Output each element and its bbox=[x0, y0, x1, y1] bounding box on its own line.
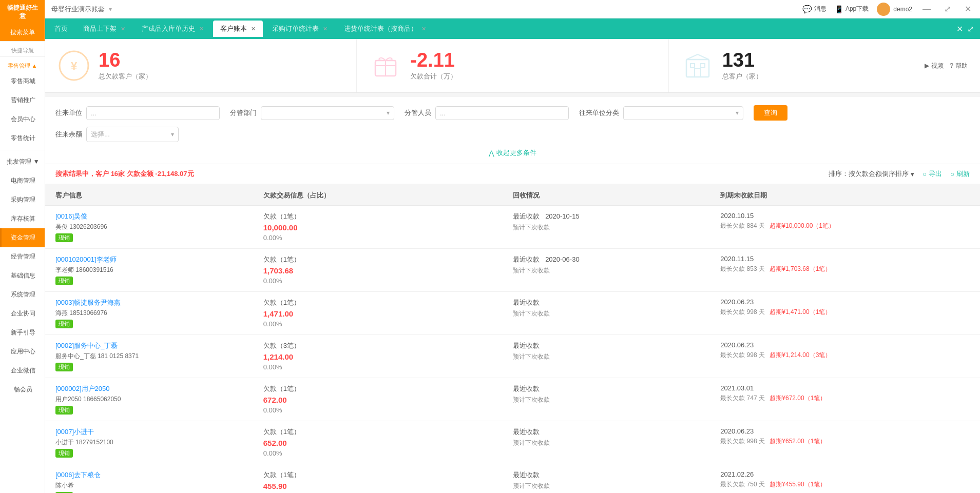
date-info-6: 2021.02.26 最长欠款 750 天 超期¥455.90（1笔） bbox=[720, 470, 970, 489]
sidebar-item-operations[interactable]: 经营管理 bbox=[0, 247, 45, 266]
overdue-link-3[interactable]: 超期¥1,214.00（3笔） bbox=[770, 351, 831, 359]
client-name-4[interactable]: [000002]用户2050 bbox=[55, 384, 263, 393]
help-action-btn[interactable]: ? 帮助 bbox=[950, 62, 968, 70]
tab-product-history[interactable]: 产成品入库单历史 ✕ bbox=[134, 21, 211, 37]
window-minimize-btn[interactable]: — bbox=[920, 3, 933, 15]
balance-filter: 往来余额 选择... ▾ bbox=[55, 127, 220, 142]
sidebar-item-wholesale[interactable]: 批发管理 ▼ bbox=[0, 152, 45, 171]
search-button[interactable]: 查询 bbox=[754, 105, 787, 121]
client-name-0[interactable]: [0016]吴俊 bbox=[55, 212, 263, 221]
date-main-5: 2020.06.23 bbox=[720, 427, 970, 435]
sidebar-item-system[interactable]: 系统管理 bbox=[0, 285, 45, 304]
svg-rect-6 bbox=[690, 64, 695, 68]
sidebar-item-enterprise-wechat[interactable]: 企业微信 bbox=[0, 361, 45, 380]
unit-category-select[interactable]: ▾ bbox=[623, 106, 743, 120]
tab-goods-stats[interactable]: 进货单统计表（按商品） ✕ bbox=[337, 21, 433, 37]
tab-close-goods[interactable]: ✕ bbox=[421, 26, 426, 32]
from-unit-input[interactable]: ... bbox=[86, 106, 220, 120]
tab-close-product[interactable]: ✕ bbox=[121, 26, 125, 32]
stat-icon-money: ¥ bbox=[57, 49, 90, 82]
person-label: 分管人员 bbox=[405, 108, 431, 117]
overdue-link-0[interactable]: 超期¥10,000.00（1笔） bbox=[770, 222, 835, 229]
sidebar-item-inventory[interactable]: 库存核算 bbox=[0, 209, 45, 228]
debt-count-4: 欠款（1笔） bbox=[263, 384, 513, 393]
client-tag-3: 现销 bbox=[55, 363, 73, 371]
sidebar-item-newbie[interactable]: 新手引导 bbox=[0, 323, 45, 342]
results-actions: 排序：按欠款金额倒序排序 ▾ ○ 导出 ○ 刷新 bbox=[829, 169, 970, 179]
unit-category-filter: 往来单位分类 ▾ bbox=[579, 106, 743, 120]
refresh-btn[interactable]: ○ 刷新 bbox=[950, 169, 970, 179]
tabbar-close-all-btn[interactable]: ✕ bbox=[956, 24, 963, 34]
results-amount: -21,148.07元 bbox=[155, 170, 194, 178]
app-download-btn[interactable]: 📱 App下载 bbox=[835, 5, 869, 13]
recovery-date-4: 最近收款 bbox=[513, 384, 721, 393]
sidebar-item-marketing[interactable]: 营销推广 bbox=[0, 91, 45, 110]
client-name-2[interactable]: [0003]畅捷服务尹海燕 bbox=[55, 298, 263, 307]
tab-close-purchase[interactable]: ✕ bbox=[323, 26, 328, 32]
collapse-filter-btn[interactable]: ⋀ 收起更多条件 bbox=[55, 148, 970, 157]
filter-row-1: 往来单位 ... 分管部门 ▾ 分管人员 bbox=[55, 105, 970, 121]
sidebar-item-enterprise[interactable]: 企业协同 bbox=[0, 304, 45, 323]
dept-select[interactable]: ▾ bbox=[261, 106, 394, 120]
recovery-info-4: 最近收款 预计下次收款 bbox=[513, 384, 721, 404]
sidebar-item-purchase[interactable]: 采购管理 bbox=[0, 190, 45, 209]
recovery-date-1: 最近收款 2020-06-30 bbox=[513, 255, 721, 264]
next-collection-2: 预计下次收款 bbox=[513, 309, 721, 318]
tab-product-list[interactable]: 商品上下架 ✕ bbox=[76, 21, 132, 37]
debt-amount-1: 1,703.68 bbox=[263, 266, 513, 275]
tab-home[interactable]: 首页 bbox=[48, 21, 74, 37]
tab-close-history[interactable]: ✕ bbox=[199, 26, 204, 32]
sidebar-item-finance[interactable]: 资金管理 bbox=[0, 228, 45, 247]
sidebar-item-ecommerce[interactable]: 电商管理 bbox=[0, 171, 45, 190]
stat-info-3: 131 总客户（家） bbox=[722, 50, 762, 81]
app-name-line1: 畅捷通好生意 bbox=[4, 4, 41, 20]
date-info-0: 2020.10.15 最长欠款 884 天 超期¥10,000.00（1笔） bbox=[720, 212, 970, 230]
client-name-6[interactable]: [0006]去下粮仓 bbox=[55, 470, 263, 480]
overdue-link-2[interactable]: 超期¥1,471.00（1笔） bbox=[770, 308, 831, 315]
window-expand-btn[interactable]: ⤢ bbox=[941, 3, 953, 15]
sidebar-item-retail-stats[interactable]: 零售统计 bbox=[0, 129, 45, 148]
data-table: 客户信息 欠款交易信息（占比） 回收情况 到期未收款日期 [0016]吴俊 吴俊… bbox=[45, 186, 980, 493]
client-name-3[interactable]: [0002]服务中心_丁磊 bbox=[55, 341, 263, 350]
table-row: [0016]吴俊 吴俊 13026203696 现销 欠款（1笔） 10,000… bbox=[45, 206, 980, 249]
account-dropdown-icon[interactable]: ▾ bbox=[109, 6, 112, 13]
tab-close-customer[interactable]: ✕ bbox=[251, 26, 256, 32]
sort-select[interactable]: 排序：按欠款金额倒序排序 ▾ bbox=[829, 169, 914, 179]
message-btn[interactable]: 💬 消息 bbox=[802, 5, 827, 14]
stat-card-overdue-clients: ¥ 16 总欠款客户（家） bbox=[45, 39, 357, 92]
debt-info-6: 欠款（1笔） 455.90 0.00% bbox=[263, 470, 513, 493]
sidebar-item-chang-member[interactable]: 畅会员 bbox=[0, 380, 45, 399]
balance-select[interactable]: 选择... ▾ bbox=[86, 127, 179, 142]
client-tag-4: 现销 bbox=[55, 406, 73, 415]
sidebar-item-basic-info[interactable]: 基础信息 bbox=[0, 266, 45, 285]
table-row: [0002]服务中心_丁磊 服务中心_丁磊 181 0125 8371 现销 欠… bbox=[45, 335, 980, 378]
client-name-1[interactable]: [0001020001]李老师 bbox=[55, 255, 263, 264]
window-close-btn[interactable]: ✕ bbox=[962, 3, 974, 15]
client-phone-2: 海燕 18513066976 bbox=[55, 309, 263, 318]
video-action-btn[interactable]: ▶ 视频 bbox=[925, 62, 944, 70]
date-detail-3: 最长欠款 998 天 超期¥1,214.00（3笔） bbox=[720, 351, 970, 360]
sidebar-item-retail-mall[interactable]: 零售商城 bbox=[0, 72, 45, 91]
next-collection-1: 预计下次收款 bbox=[513, 266, 721, 275]
overdue-link-6[interactable]: 超期¥455.90（1笔） bbox=[770, 481, 826, 488]
overdue-link-5[interactable]: 超期¥652.00（1笔） bbox=[770, 438, 826, 445]
tab-purchase-stats[interactable]: 采购订单统计表 ✕ bbox=[265, 21, 335, 37]
overdue-link-4[interactable]: 超期¥672.00（1笔） bbox=[770, 395, 826, 402]
person-input[interactable]: ... bbox=[435, 106, 569, 120]
debt-percent-2: 0.00% bbox=[263, 320, 513, 328]
client-name-5[interactable]: [0007]小进干 bbox=[55, 427, 263, 437]
recovery-info-2: 最近收款 预计下次收款 bbox=[513, 298, 721, 318]
sidebar-search[interactable]: 搜索菜单 bbox=[0, 24, 45, 41]
overdue-link-1[interactable]: 超期¥1,703.68（1笔） bbox=[770, 265, 831, 272]
tab-customer-account[interactable]: 客户账本 ✕ bbox=[213, 21, 263, 37]
sidebar-item-members[interactable]: 会员中心 bbox=[0, 110, 45, 129]
date-main-6: 2021.02.26 bbox=[720, 470, 970, 478]
sidebar-item-app-center[interactable]: 应用中心 bbox=[0, 342, 45, 361]
stat-actions: ▶ 视频 ? 帮助 bbox=[925, 62, 968, 70]
debt-info-5: 欠款（1笔） 652.00 0.00% bbox=[263, 427, 513, 457]
user-avatar-btn[interactable]: demo2 bbox=[877, 3, 912, 16]
tabbar-expand-btn[interactable]: ⤢ bbox=[967, 24, 974, 34]
export-btn[interactable]: ○ 导出 bbox=[923, 169, 942, 179]
client-phone-5: 小进干 18279152100 bbox=[55, 438, 263, 447]
stat-number-total: 131 bbox=[722, 50, 762, 70]
